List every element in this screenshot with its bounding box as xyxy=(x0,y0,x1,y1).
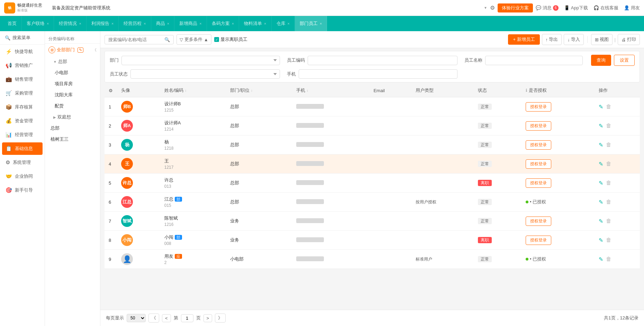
edit-btn[interactable]: ✎ xyxy=(599,180,603,186)
sidebar-item-system[interactable]: ⚙ 系统管理 xyxy=(0,156,45,169)
sidebar-item-guide[interactable]: 🎯 新手引导 xyxy=(0,183,45,197)
emp-name-input[interactable] xyxy=(485,56,583,65)
edit-btn[interactable]: ✎ xyxy=(599,256,603,263)
edit-btn[interactable]: ✎ xyxy=(599,123,603,129)
th-dept[interactable]: 部门/职位 xyxy=(226,84,292,97)
tab-barcode[interactable]: 条码方案 × xyxy=(207,16,239,31)
dept-filter-select[interactable] xyxy=(121,56,280,65)
edit-btn[interactable]: ✎ xyxy=(599,142,603,148)
dept-collapse-arrow[interactable]: 《 xyxy=(93,47,97,53)
tab-operations[interactable]: 经营情况 × xyxy=(54,16,86,31)
close-icon[interactable]: × xyxy=(47,21,49,26)
sidebar-item-shortcut[interactable]: ⚡ 快捷导航 xyxy=(0,45,45,59)
tab-journey[interactable]: 经营历程 × xyxy=(119,16,151,31)
last-page-btn[interactable]: 》 xyxy=(215,314,226,323)
view-btn[interactable]: ⊞ 视图 xyxy=(591,34,613,45)
dept-search-input[interactable] xyxy=(48,36,100,41)
delete-btn[interactable]: 🗑 xyxy=(606,256,611,263)
sidebar-search[interactable]: 🔍 搜索菜单 xyxy=(0,31,45,45)
import-btn[interactable]: ↓ 导入 xyxy=(564,34,584,45)
app-download-btn[interactable]: 📱 App下载 xyxy=(564,5,588,11)
edit-btn[interactable]: ✎ xyxy=(599,237,603,244)
delete-btn[interactable]: 🗑 xyxy=(606,123,611,129)
close-icon[interactable]: × xyxy=(167,21,169,26)
dept-collapse-btn[interactable]: ⊞ xyxy=(48,46,55,53)
per-page-select[interactable]: 50 20 100 xyxy=(127,314,146,322)
sidebar-item-inventory[interactable]: 📦 库存核算 xyxy=(0,100,45,114)
dept-item-zhishu[interactable]: 植树王三 xyxy=(45,134,100,145)
close-icon[interactable]: × xyxy=(111,21,114,26)
auth-login-btn[interactable]: 授权登录 xyxy=(526,178,551,188)
sidebar-item-sales[interactable]: 💼 销售管理 xyxy=(0,72,45,86)
first-page-btn[interactable]: 《 xyxy=(148,314,159,323)
tab-dept-employee[interactable]: 部门员工 × xyxy=(295,16,327,31)
try-btn[interactable]: 体验行业方案 xyxy=(498,3,533,12)
dept-group-label-head[interactable]: ▼ 总部 xyxy=(49,56,100,67)
close-icon[interactable]: × xyxy=(144,21,146,26)
sidebar-item-purchase[interactable]: 🛒 采购管理 xyxy=(0,86,45,100)
phone-filter-input[interactable] xyxy=(299,69,457,79)
export-btn[interactable]: ↑ 导出 xyxy=(542,34,562,45)
delete-btn[interactable]: 🗑 xyxy=(606,104,611,110)
dept-item-shenyang[interactable]: 沈阳大库 xyxy=(49,89,100,100)
delete-btn[interactable]: 🗑 xyxy=(606,142,611,148)
user-area[interactable]: 👤 用友 xyxy=(624,5,640,11)
sidebar-item-marketing[interactable]: 📢 营销推广 xyxy=(0,59,45,72)
setup-btn[interactable]: 设置 xyxy=(614,55,635,66)
dept-item-peihuo[interactable]: 配货 xyxy=(49,100,100,112)
edit-btn[interactable]: ✎ xyxy=(599,218,603,224)
search-btn[interactable]: 🔍 xyxy=(163,35,172,44)
auth-login-btn[interactable]: 授权登录 xyxy=(526,140,551,150)
tab-add-goods[interactable]: 新增商品 × xyxy=(174,16,207,31)
auth-login-btn[interactable]: 授权登录 xyxy=(526,121,551,131)
auth-login-btn[interactable]: 授权登录 xyxy=(526,159,551,169)
add-employee-btn[interactable]: + 新增员工 xyxy=(508,34,539,45)
th-phone[interactable]: 手机 xyxy=(292,84,370,97)
delete-btn[interactable]: 🗑 xyxy=(606,161,611,167)
settings-icon[interactable]: ⚙ xyxy=(490,5,495,11)
close-icon[interactable]: × xyxy=(232,21,234,26)
tab-customer[interactable]: 客户联络 × xyxy=(22,16,54,31)
more-conditions-btn[interactable]: ▽ 更多条件 ▲ xyxy=(176,34,211,45)
delete-btn[interactable]: 🗑 xyxy=(606,218,611,224)
emp-code-input[interactable] xyxy=(308,56,457,65)
sidebar-item-basic[interactable]: 📋 基础信息 xyxy=(2,142,43,155)
tab-warehouse[interactable]: 仓库 × xyxy=(272,16,295,31)
dept-item-zongbu[interactable]: 总部 xyxy=(45,123,100,134)
show-inactive-checkbox[interactable]: ✓ xyxy=(214,37,219,42)
system-title-arrow[interactable]: ▼ xyxy=(484,6,487,10)
close-icon[interactable]: × xyxy=(288,21,290,26)
edit-btn[interactable]: ✎ xyxy=(599,161,603,167)
online-service-btn[interactable]: 🎧 在线客服 xyxy=(593,5,618,11)
sidebar-item-operations[interactable]: 📊 经营管理 xyxy=(0,128,45,142)
dept-item-xiao[interactable]: 小电部 xyxy=(49,67,100,78)
dept-item-project[interactable]: 项目库房 xyxy=(49,78,100,89)
close-icon[interactable]: × xyxy=(199,21,201,26)
sidebar-item-collab[interactable]: 🤝 企业协同 xyxy=(0,169,45,183)
close-icon[interactable]: × xyxy=(320,21,322,26)
close-icon[interactable]: × xyxy=(79,21,81,26)
sidebar-item-finance[interactable]: 💰 资金管理 xyxy=(0,114,45,128)
tab-home[interactable]: 首页 xyxy=(3,16,22,31)
th-settings[interactable]: ⚙ xyxy=(105,84,117,97)
th-name[interactable]: 姓名/编码 xyxy=(160,84,226,97)
prev-page-btn[interactable]: < xyxy=(162,314,171,322)
delete-btn[interactable]: 🗑 xyxy=(606,180,611,186)
page-input[interactable] xyxy=(181,314,193,322)
query-btn[interactable]: 查询 xyxy=(591,55,611,66)
auth-login-btn[interactable]: 授权登录 xyxy=(526,236,551,245)
dept-all-header[interactable]: ⊞ 全部部门 ✎ 《 xyxy=(45,44,100,56)
edit-btn[interactable]: ✎ xyxy=(599,199,603,205)
message-btn[interactable]: 💬 消息 6 xyxy=(536,5,559,11)
print-btn[interactable]: 🖨 打印 xyxy=(618,34,640,45)
show-inactive-toggle[interactable]: ✓ 显示离职员工 xyxy=(214,36,247,43)
auth-login-btn[interactable]: 授权登录 xyxy=(526,102,551,112)
close-icon[interactable]: × xyxy=(264,21,266,26)
tab-profit[interactable]: 利润报告 × xyxy=(87,16,119,31)
auth-login-btn[interactable]: 授权登录 xyxy=(526,217,551,226)
delete-btn[interactable]: 🗑 xyxy=(606,237,611,244)
dept-group-label-shuang[interactable]: ▶ 双庭想 xyxy=(49,112,100,123)
tab-goods[interactable]: 商品 × xyxy=(151,16,174,31)
tab-bom[interactable]: 物料清单 × xyxy=(239,16,271,31)
delete-btn[interactable]: 🗑 xyxy=(606,199,611,205)
